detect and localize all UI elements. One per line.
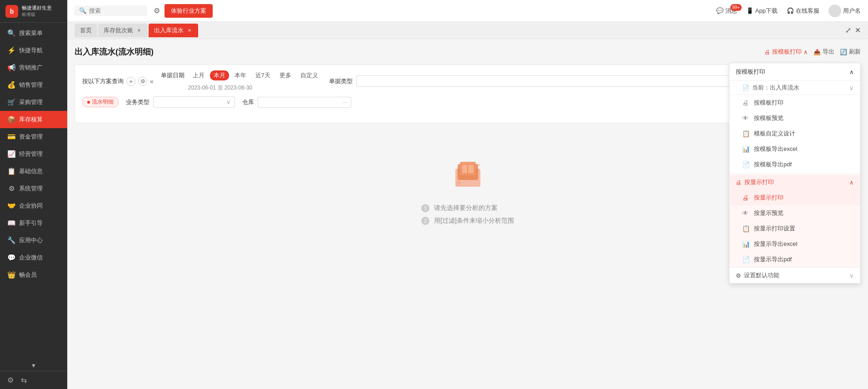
topbar-search-input[interactable] (89, 7, 143, 14)
tab-inout-flow[interactable]: 出入库流水 × (149, 24, 198, 37)
export-btn[interactable]: 📤 导出 (813, 48, 834, 56)
date-btn-more[interactable]: 更多 (276, 70, 295, 80)
template-preview-icon: 👁 (742, 115, 750, 122)
document-type-select[interactable]: ∨ (356, 75, 786, 87)
display-pdf-icon: 📄 (742, 256, 750, 263)
sidebar-item-management[interactable]: 📈 经营管理 (0, 145, 67, 163)
maximize-icon[interactable]: ⤢ (845, 26, 851, 35)
settings-bottom-icon[interactable]: ⚙ (7, 376, 14, 384)
sidebar-item-member[interactable]: 👑 畅会员 (0, 266, 67, 284)
filter-tag-flowdetail[interactable]: 流水明细 (82, 97, 119, 107)
tab-close-icon[interactable]: × (136, 27, 142, 34)
app-download-item[interactable]: 📱 App下载 (746, 7, 778, 15)
user-avatar-item[interactable]: 用户名 (828, 5, 861, 17)
sidebar-item-search[interactable]: 🔍 搜索菜单 (0, 25, 67, 42)
filter-setting-button[interactable]: ⚙ (138, 77, 147, 86)
export-label: 导出 (823, 48, 834, 56)
date-btn-custom[interactable]: 自定义 (297, 70, 322, 80)
wechat-icon: 💬 (7, 254, 15, 262)
display-print-section-icon: 🖨 (736, 179, 742, 186)
sidebar-item-sales[interactable]: 💰 销售管理 (0, 76, 67, 94)
sidebar-item-marketing[interactable]: 📢 营销推广 (0, 59, 67, 76)
book-icon: 📖 (7, 219, 15, 227)
dropdown-item-template-design[interactable]: 📋 模板自定义设计 (729, 126, 860, 141)
close-window-icon[interactable]: ✕ (855, 26, 861, 35)
refresh-btn[interactable]: 🔄 刷新 (840, 48, 861, 56)
dropdown-current-selection[interactable]: 📄 当前：出入库流水 ∨ (729, 81, 860, 95)
dropdown-footer[interactable]: ⚙ 设置默认功能 ∨ (729, 267, 860, 283)
business-type-select[interactable]: ∨ (153, 96, 235, 108)
topbar-gear-icon[interactable]: ⚙ (154, 6, 160, 15)
sidebar-item-label: 畅会员 (19, 271, 37, 279)
default-settings-icon: ⚙ (736, 272, 741, 279)
tab-active-close-icon[interactable]: × (186, 27, 193, 34)
sidebar-item-wechat[interactable]: 💬 企业微信 (0, 249, 67, 266)
dropdown-divider (729, 173, 860, 174)
tabs-bar: 首页 库存批次账 × 出入库流水 × ⤢ ✕ (67, 22, 868, 39)
message-icon-item[interactable]: 💬 消息 99+ (716, 7, 737, 15)
filter-collapse-icon[interactable]: « (150, 78, 154, 85)
filter-add-button[interactable]: + (126, 77, 135, 86)
dropdown-chevron-up[interactable]: ∧ (849, 69, 854, 75)
trial-industry-button[interactable]: 体验行业方案 (165, 4, 213, 18)
date-btn-this-month[interactable]: 本月 (210, 70, 229, 80)
svg-point-5 (456, 181, 461, 185)
tip-num-1: 1 (421, 204, 429, 212)
dropdown-item-display-settings[interactable]: 📋 按显示打印设置 (729, 221, 860, 236)
warehouse-label: 仓库 (242, 98, 254, 106)
tip-num-2: 2 (421, 217, 429, 225)
date-btn-last-month[interactable]: 上月 (189, 70, 208, 80)
template-design-icon: 📋 (742, 130, 750, 137)
print-icon: 🖨 (764, 49, 770, 55)
date-filter-top: 单据日期 上月 本月 本年 近7天 更多 自定义 (161, 70, 322, 80)
template-excel-label: 按模板导出excel (754, 145, 797, 153)
display-print-icon: 🖨 (742, 194, 750, 201)
tab-inventory-batch[interactable]: 库存批次账 × (98, 24, 148, 37)
empty-state-icon (449, 156, 486, 192)
default-settings-label: 设置默认功能 (744, 271, 779, 279)
toggle-sidebar-icon[interactable]: ⇆ (21, 376, 27, 384)
sidebar-item-appcenter[interactable]: 🔧 应用中心 (0, 232, 67, 249)
sidebar-item-collab[interactable]: 🤝 企业协同 (0, 197, 67, 214)
topbar-search-icon: 🔍 (79, 7, 86, 14)
warehouse-select[interactable]: ··· (258, 97, 351, 108)
warehouse-more-icon[interactable]: ··· (343, 99, 347, 105)
dropdown-item-display-print[interactable]: 🖨 按显示打印 (729, 190, 860, 205)
crown-icon: 👑 (7, 271, 15, 279)
dropdown-item-template-pdf[interactable]: 📄 按模板导出pdf (729, 157, 860, 172)
edition-label: 标准版 (22, 11, 52, 18)
current-label: 当前：出入库流水 (752, 84, 799, 92)
date-btn-this-year[interactable]: 本年 (231, 70, 250, 80)
dropdown-section2-header[interactable]: 🖨 按显示打印 ∧ (729, 175, 860, 190)
sidebar-item-basics[interactable]: 📋 基础信息 (0, 163, 67, 180)
sidebar-item-quicknav[interactable]: ⚡ 快捷导航 (0, 42, 67, 59)
page-actions: 🖨 按模板打印 ∧ 📤 导出 🔄 刷新 (764, 48, 861, 56)
online-service-item[interactable]: 🎧 在线客服 (787, 7, 819, 15)
page-body: 出入库流水(流水明细) 🖨 按模板打印 ∧ 📤 导出 🔄 刷新 (67, 39, 868, 389)
topbar-search-box[interactable]: 🔍 (75, 5, 147, 16)
dropdown-item-template-print[interactable]: 🖨 按模板打印 (729, 95, 860, 110)
sidebar-item-system[interactable]: ⚙ 系统管理 (0, 180, 67, 197)
dropdown-section2: 🖨 按显示打印 ∧ 🖨 按显示打印 👁 按显示预览 📋 按显示打印设置 (729, 175, 860, 267)
sidebar-scroll-down[interactable]: ▼ (0, 360, 67, 371)
template-print-icon: 🖨 (742, 99, 750, 106)
dropdown-item-display-excel[interactable]: 📊 按显示导出excel (729, 236, 860, 252)
cart-icon: 🛒 (7, 98, 15, 106)
sidebar-item-purchase[interactable]: 🛒 采购管理 (0, 94, 67, 111)
megaphone-icon: 📢 (7, 64, 15, 72)
sidebar-item-finance[interactable]: 💳 资金管理 (0, 128, 67, 145)
date-btn-7days[interactable]: 近7天 (252, 70, 274, 80)
warehouse-group: 仓库 ··· (242, 97, 351, 108)
dropdown-item-template-preview[interactable]: 👁 按模板预览 (729, 110, 860, 126)
tab-home[interactable]: 首页 (75, 24, 97, 37)
dropdown-item-template-excel[interactable]: 📊 按模板导出excel (729, 141, 860, 157)
sidebar-item-inventory[interactable]: 📦 库存核算 (0, 111, 67, 128)
dropdown-item-display-pdf[interactable]: 📄 按显示导出pdf (729, 252, 860, 267)
filter-tag-label: 流水明细 (92, 98, 114, 106)
print-dropdown-panel: 按模板打印 ∧ 📄 当前：出入库流水 ∨ 🖨 按模板打印 👁 按 (729, 63, 861, 284)
print-template-btn[interactable]: 🖨 按模板打印 ∧ (764, 48, 808, 56)
business-type-dropdown-icon: ∨ (226, 99, 231, 105)
tip-text-2: 用[过滤]条件来缩小分析范围 (434, 217, 514, 224)
dropdown-item-display-preview[interactable]: 👁 按显示预览 (729, 205, 860, 221)
sidebar-item-guide[interactable]: 📖 新手引导 (0, 214, 67, 232)
